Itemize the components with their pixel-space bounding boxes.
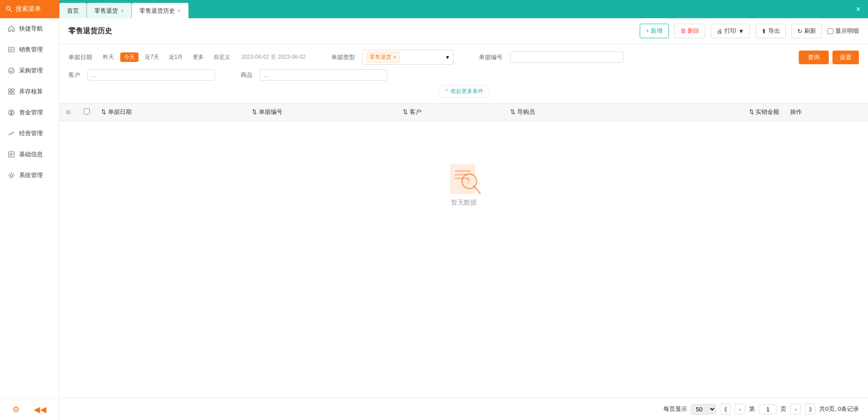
tab-retail-return-history[interactable]: 零售退货历史 × xyxy=(132,3,189,18)
doc-type-select[interactable]: 零售退货 × ▾ xyxy=(362,50,453,65)
sidebar-item-basic-info[interactable]: 基础信息 xyxy=(0,144,59,165)
search-menu-button[interactable]: 搜索菜单 xyxy=(0,0,59,18)
audio-bottom-button[interactable]: ◀◀ xyxy=(34,405,46,415)
page-header: 零售退货历史 + 新增 🗑 删除 🖨 打印 ▼ ⬆ 导出 ↻ 刷新 xyxy=(59,18,868,44)
pagination-summary: 共0页, 0条记录 xyxy=(819,405,859,413)
tab-bar: 首页 零售退货 × 零售退货历史 × xyxy=(59,0,848,18)
empty-row: ? 暂无数据 xyxy=(59,121,868,244)
svg-rect-8 xyxy=(9,92,11,94)
operations-icon xyxy=(7,129,15,138)
table-settings-icon[interactable]: ⚙ xyxy=(66,109,71,116)
query-button[interactable]: 查询 xyxy=(799,51,829,64)
tab-home[interactable]: 首页 xyxy=(59,3,87,18)
settings-bottom-button[interactable]: ⚙ xyxy=(12,405,20,415)
th-doc-date[interactable]: ⇅ 单据日期 xyxy=(96,103,247,121)
th-customer[interactable]: ⇅ 客户 xyxy=(397,103,505,121)
tab-retail-return[interactable]: 零售退货 × xyxy=(87,3,132,18)
table-body: ? 暂无数据 xyxy=(59,121,868,244)
customer-label: 客户 xyxy=(68,71,80,79)
svg-rect-6 xyxy=(9,89,11,91)
sidebar-item-sales-mgmt[interactable]: 销售管理 xyxy=(0,39,59,60)
date-filter-custom[interactable]: 自定义 xyxy=(210,52,234,62)
svg-rect-7 xyxy=(12,89,14,91)
customer-select[interactable]: ... xyxy=(87,69,215,81)
purchase-icon xyxy=(7,67,15,75)
close-tab-retail-return-history[interactable]: × xyxy=(178,8,181,14)
th-action: 操作 xyxy=(785,103,868,121)
sidebar-item-system-mgmt[interactable]: 系统管理 xyxy=(0,165,59,186)
finance-icon xyxy=(7,108,15,117)
date-filter-7days[interactable]: 近7天 xyxy=(141,52,163,62)
sidebar-label-purchase-mgmt: 采购管理 xyxy=(19,67,43,75)
svg-rect-2 xyxy=(9,47,14,52)
sidebar-item-inventory[interactable]: 库存核算 xyxy=(0,81,59,102)
date-filter-yesterday[interactable]: 昨天 xyxy=(99,52,118,62)
date-filter-1month[interactable]: 近1月 xyxy=(165,52,187,62)
empty-state: ? 暂无数据 xyxy=(59,121,868,243)
new-button[interactable]: + 新增 xyxy=(640,24,668,38)
settings-button[interactable]: 设置 xyxy=(832,51,859,64)
last-page-button[interactable]: ⟫ xyxy=(805,404,816,415)
sidebar-bottom: ⚙ ◀◀ xyxy=(0,399,59,420)
first-page-button[interactable]: ⟪ xyxy=(720,404,731,415)
page-label: 第 xyxy=(749,405,755,413)
per-page-select[interactable]: 50 100 200 xyxy=(691,404,716,415)
sidebar-label-finance: 资金管理 xyxy=(19,108,43,117)
svg-text:?: ? xyxy=(466,178,470,185)
date-label: 单据日期 xyxy=(68,53,92,61)
search-menu-label: 搜索菜单 xyxy=(15,5,41,13)
sidebar-item-quick-nav[interactable]: 快捷导航 xyxy=(0,18,59,39)
sidebar-label-inventory: 库存核算 xyxy=(19,87,43,96)
goods-label: 商品 xyxy=(241,71,252,79)
show-detail-checkbox-label[interactable]: 显示明细 xyxy=(827,27,859,35)
select-all-checkbox[interactable] xyxy=(84,108,90,114)
close-tab-retail-return[interactable]: × xyxy=(121,8,124,14)
doc-type-label: 单据类型 xyxy=(331,53,355,61)
pagination: 每页显示 50 100 200 ⟪ ‹ 第 页 › ⟫ 共0页, 0条记录 xyxy=(59,398,868,420)
date-filter-more[interactable]: 更多 xyxy=(189,52,207,62)
window-close-button[interactable]: × xyxy=(848,5,868,14)
date-filters: 昨天 今天 近7天 近1月 更多 自定义 xyxy=(99,52,234,62)
doc-type-tag-remove[interactable]: × xyxy=(393,54,396,61)
goods-select[interactable]: ... xyxy=(260,69,387,81)
th-settings: ⚙ xyxy=(59,103,77,121)
main-layout: 快捷导航 销售管理 采购管理 xyxy=(0,18,868,420)
export-button[interactable]: ⬆ 导出 xyxy=(755,24,786,38)
sidebar-item-purchase-mgmt[interactable]: 采购管理 xyxy=(0,60,59,81)
show-detail-label: 显示明细 xyxy=(835,27,859,35)
filter-row-2: 客户 ... 商品 ... xyxy=(68,69,859,81)
sidebar-item-operations[interactable]: 经营管理 xyxy=(0,123,59,144)
sidebar-label-basic-info: 基础信息 xyxy=(19,150,43,159)
prev-page-button[interactable]: ‹ xyxy=(734,404,745,415)
filter-row-1: 单据日期 昨天 今天 近7天 近1月 更多 自定义 2023-06-02 至 2… xyxy=(68,50,859,65)
customer-ellipsis: ... xyxy=(92,72,97,78)
th-checkbox xyxy=(77,103,96,121)
collapse-label: 收起更多条件 xyxy=(451,87,483,95)
doc-number-input[interactable] xyxy=(510,51,624,63)
sidebar-item-finance[interactable]: 资金管理 xyxy=(0,102,59,123)
th-doc-number[interactable]: ⇅ 单据编号 xyxy=(247,103,397,121)
delete-button[interactable]: 🗑 删除 xyxy=(674,24,706,38)
sidebar-label-system-mgmt: 系统管理 xyxy=(19,171,43,179)
next-page-button[interactable]: › xyxy=(790,404,801,415)
print-button[interactable]: 🖨 打印 ▼ xyxy=(711,24,750,38)
sidebar-label-quick-nav: 快捷导航 xyxy=(19,25,43,33)
th-guide[interactable]: ⇅ 导购员 xyxy=(505,103,634,121)
collapse-button[interactable]: ⌃ 收起更多条件 xyxy=(438,85,489,97)
top-bar: 搜索菜单 首页 零售退货 × 零售退货历史 × × xyxy=(0,0,868,18)
svg-point-15 xyxy=(10,174,13,177)
page-number-input[interactable] xyxy=(759,405,777,414)
empty-text: 暂无数据 xyxy=(451,199,477,207)
refresh-button[interactable]: ↻ 刷新 xyxy=(791,24,822,38)
date-filter-today[interactable]: 今天 xyxy=(120,52,139,62)
home-icon xyxy=(7,25,15,33)
toolbar: + 新增 🗑 删除 🖨 打印 ▼ ⬆ 导出 ↻ 刷新 显示明细 xyxy=(640,24,859,38)
table-container: ⚙ ⇅ 单据日期 ⇅ 单据编号 xyxy=(59,103,868,398)
table-header: ⚙ ⇅ 单据日期 ⇅ 单据编号 xyxy=(59,103,868,121)
basic-info-icon xyxy=(7,150,15,159)
sidebar-label-operations: 经营管理 xyxy=(19,129,43,138)
show-detail-checkbox[interactable] xyxy=(827,28,833,34)
date-range-display: 2023-06-02 至 2023-06-02 xyxy=(241,53,305,61)
svg-point-0 xyxy=(6,6,10,10)
th-amount[interactable]: ⇅ 实销金额 xyxy=(634,103,785,121)
